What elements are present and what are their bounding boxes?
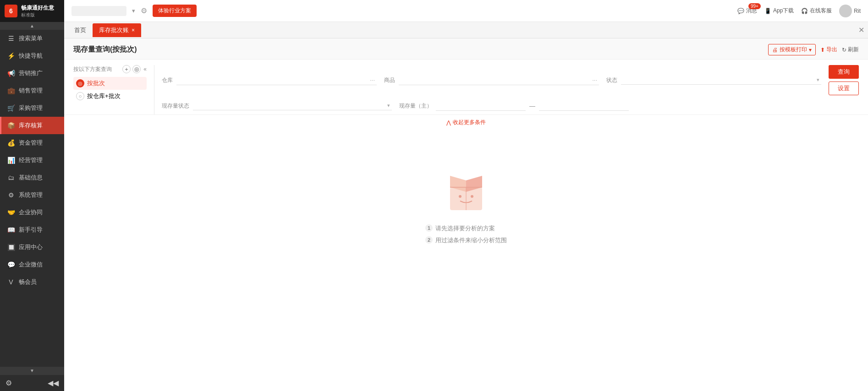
tab-close-icon[interactable]: × bbox=[132, 27, 135, 33]
empty-message-2: 2 用过滤条件来缩小分析范围 bbox=[425, 236, 507, 244]
message-2-num: 2 bbox=[425, 236, 433, 244]
query-button[interactable]: 查询 bbox=[829, 65, 859, 79]
sidebar-item-app-center[interactable]: 🔲 应用中心 bbox=[0, 239, 64, 256]
inventory-status-arrow-icon: ▾ bbox=[387, 103, 390, 109]
status-field: 状态 ▾ bbox=[606, 76, 821, 85]
sidebar-item-finance[interactable]: 💰 资金管理 bbox=[0, 134, 64, 152]
messages-button[interactable]: 💬 消息 99+ bbox=[737, 7, 757, 15]
sidebar-item-label: 营销推广 bbox=[19, 69, 43, 77]
sidebar-item-search[interactable]: ☰ 搜索菜单 bbox=[0, 30, 64, 47]
scheme-item-by-warehouse-batch[interactable]: ○ 按仓库+批次 bbox=[73, 90, 147, 103]
qty-to-input[interactable] bbox=[539, 101, 629, 111]
vertical-divider bbox=[154, 65, 154, 114]
inventory-status-select-wrap[interactable]: ▾ bbox=[193, 101, 392, 110]
sidebar-item-label: 资金管理 bbox=[19, 139, 43, 147]
sidebar-scroll-up[interactable]: ▲ bbox=[0, 22, 64, 30]
sidebar-item-vip[interactable]: V 畅会员 bbox=[0, 273, 64, 291]
app-logo: 6 bbox=[5, 5, 17, 17]
settings-button[interactable]: 设置 bbox=[829, 81, 859, 95]
export-button[interactable]: ⬆ 导出 bbox=[820, 46, 837, 54]
qty-dash-icon: — bbox=[529, 103, 535, 109]
filter-row-2: 现存量状态 ▾ 现存量（主） — bbox=[162, 101, 868, 111]
status-label: 状态 bbox=[606, 76, 617, 84]
sidebar-item-cooperation[interactable]: 🤝 企业协同 bbox=[0, 204, 64, 221]
avatar bbox=[839, 5, 852, 17]
export-label: 导出 bbox=[826, 46, 837, 54]
sidebar-item-label: 采购管理 bbox=[19, 104, 43, 112]
sidebar-item-marketing[interactable]: 📢 营销推广 bbox=[0, 65, 64, 82]
template-print-button[interactable]: 🖨 按模板打印 ▾ bbox=[768, 44, 816, 55]
warehouse-input-wrap[interactable]: ··· bbox=[176, 75, 377, 85]
refresh-label: 刷新 bbox=[848, 46, 859, 54]
sidebar-item-sales[interactable]: 💼 销售管理 bbox=[0, 82, 64, 99]
sidebar-item-label: 库存核算 bbox=[19, 121, 43, 130]
tab-home-label: 首页 bbox=[74, 26, 86, 34]
page-header: 现存量查询(按批次) 🖨 按模板打印 ▾ ⬆ 导出 ↻ 刷新 bbox=[64, 38, 868, 60]
svg-point-6 bbox=[471, 195, 473, 198]
sidebar-item-system[interactable]: ⚙ 系统管理 bbox=[0, 186, 64, 204]
user-profile-button[interactable]: Rit bbox=[839, 5, 861, 17]
sidebar-item-wechat[interactable]: 💬 企业微信 bbox=[0, 256, 64, 273]
sidebar-item-guide[interactable]: 📖 新手引导 bbox=[0, 221, 64, 239]
sidebar-item-label: 新手引导 bbox=[19, 226, 43, 234]
message-1-num: 1 bbox=[425, 224, 433, 232]
experience-btn[interactable]: 体验行业方案 bbox=[153, 5, 197, 17]
filter-layout: 按以下方案查询 ＋ ◎ « ◎ 按批次 ○ 按仓库+批次 bbox=[64, 60, 868, 114]
collapse-sidebar-icon[interactable]: ◀◀ bbox=[48, 379, 59, 387]
settings-gear-icon[interactable]: ⚙ bbox=[5, 379, 12, 387]
topbar-settings-icon[interactable]: ⚙ bbox=[141, 6, 147, 15]
collapse-up-icon: ⋀ bbox=[446, 119, 451, 126]
svg-point-5 bbox=[459, 195, 461, 198]
refresh-button[interactable]: ↻ 刷新 bbox=[842, 46, 859, 54]
tab-home[interactable]: 首页 bbox=[68, 23, 93, 37]
product-label: 商品 bbox=[384, 76, 395, 84]
collapse-label: 收起更多条件 bbox=[453, 119, 486, 126]
product-more-icon[interactable]: ··· bbox=[592, 76, 597, 83]
app-download-button[interactable]: 📱 App下载 bbox=[764, 7, 794, 15]
sidebar-item-label: 经营管理 bbox=[19, 156, 43, 164]
add-scheme-button[interactable]: ＋ bbox=[122, 65, 131, 73]
page-header-actions: 🖨 按模板打印 ▾ ⬆ 导出 ↻ 刷新 bbox=[768, 44, 859, 55]
sidebar-item-purchase[interactable]: 🛒 采购管理 bbox=[0, 99, 64, 117]
scheme-item-by-batch[interactable]: ◎ 按批次 bbox=[73, 77, 147, 90]
sidebar-item-label: 企业微信 bbox=[19, 261, 43, 269]
sidebar-item-label: 搜索菜单 bbox=[19, 34, 43, 43]
sidebar-item-quick-nav[interactable]: ⚡ 快捷导航 bbox=[0, 47, 64, 65]
qty-label: 现存量（主） bbox=[399, 102, 432, 110]
message-1-text: 请先选择要分析的方案 bbox=[435, 224, 495, 233]
product-input-wrap[interactable]: ··· bbox=[399, 75, 599, 85]
print-dropdown-icon[interactable]: ▾ bbox=[809, 47, 812, 53]
scheme-active-icon: ◎ bbox=[76, 79, 84, 87]
guide-icon: 📖 bbox=[7, 226, 15, 234]
headset-icon: 🎧 bbox=[801, 8, 808, 14]
collapse-more-button[interactable]: ⋀ 收起更多条件 bbox=[64, 114, 868, 130]
refresh-icon: ↻ bbox=[842, 47, 846, 53]
print-label: 按模板打印 bbox=[780, 46, 807, 54]
status-select-wrap[interactable]: ▾ bbox=[621, 76, 821, 85]
operations-icon: 📊 bbox=[7, 157, 15, 164]
sidebar-item-operations[interactable]: 📊 经营管理 bbox=[0, 152, 64, 169]
tab-panel-close-icon[interactable]: ✕ bbox=[858, 26, 864, 34]
scheme-collapse-button[interactable]: « bbox=[143, 66, 147, 72]
sidebar-scroll-down[interactable]: ▼ bbox=[0, 367, 64, 375]
sidebar-item-label: 销售管理 bbox=[19, 87, 43, 95]
filter-container: 按以下方案查询 ＋ ◎ « ◎ 按批次 ○ 按仓库+批次 bbox=[64, 60, 868, 130]
scheme-panel-title: 按以下方案查询 ＋ ◎ « bbox=[73, 65, 147, 73]
qty-from-input[interactable] bbox=[436, 101, 526, 111]
sidebar-item-inventory[interactable]: 📦 库存核算 bbox=[0, 117, 64, 134]
sidebar-footer: ⚙ ◀◀ bbox=[0, 375, 64, 391]
scheme-title-text: 按以下方案查询 bbox=[73, 65, 112, 73]
marketing-icon: 📢 bbox=[7, 70, 15, 77]
warehouse-label: 仓库 bbox=[162, 76, 173, 84]
app-edition: 标准版 bbox=[21, 12, 54, 18]
topbar-right: 💬 消息 99+ 📱 App下载 🎧 在线客服 Rit bbox=[737, 5, 861, 17]
topbar-search-input[interactable] bbox=[71, 6, 126, 16]
sidebar-item-basic-info[interactable]: 🗂 基础信息 bbox=[0, 169, 64, 186]
warehouse-more-icon[interactable]: ··· bbox=[370, 76, 375, 83]
empty-state-svg bbox=[441, 167, 491, 217]
scheme-settings-button[interactable]: ◎ bbox=[132, 65, 141, 73]
search-dropdown-chevron-icon[interactable]: ▾ bbox=[132, 7, 135, 14]
tab-inventory-batch[interactable]: 库存批次账 × bbox=[93, 23, 141, 37]
scheme-actions: ＋ ◎ bbox=[122, 65, 141, 73]
online-service-button[interactable]: 🎧 在线客服 bbox=[801, 7, 832, 15]
